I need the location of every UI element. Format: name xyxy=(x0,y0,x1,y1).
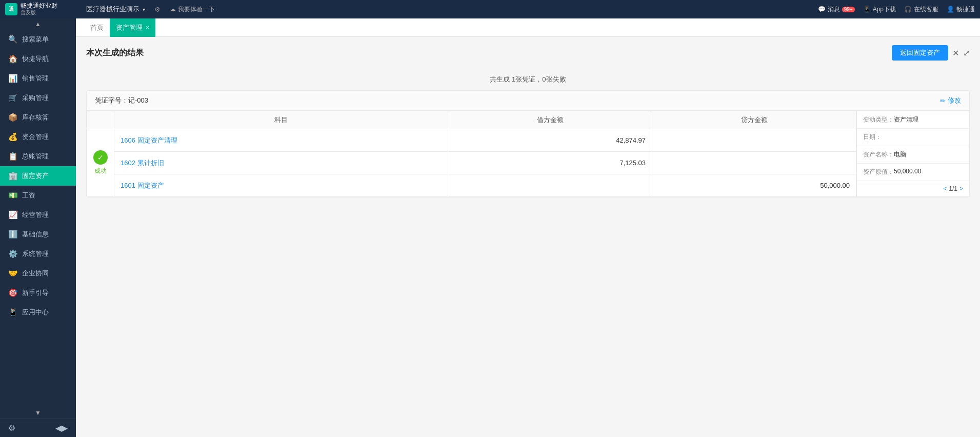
message-icon: 💬 xyxy=(818,6,826,13)
sidebar-scroll-up[interactable]: ▲ xyxy=(0,18,76,30)
tab-asset-management-label: 资产管理 xyxy=(116,23,143,32)
footer-collapse-icon[interactable]: ◀▶ xyxy=(55,423,68,433)
phone-icon: 📱 xyxy=(863,6,871,13)
fixed-assets-icon: 🏢 xyxy=(8,171,18,181)
debit-col-header: 借方金额 xyxy=(448,111,652,129)
tab-close-icon[interactable]: × xyxy=(146,24,149,31)
tab-home[interactable]: 首页 xyxy=(84,18,110,37)
sidebar-item-label: 销售管理 xyxy=(22,74,49,83)
user-avatar-icon: 👤 xyxy=(947,6,954,13)
pagination-prev[interactable]: < xyxy=(943,185,947,192)
sidebar-item-sales[interactable]: 📊 销售管理 xyxy=(0,69,76,88)
return-button[interactable]: 返回固定资产 xyxy=(892,45,948,61)
summary-bar: 共生成 1张凭证，0张失败 xyxy=(86,69,970,90)
sidebar-item-guide[interactable]: 🎯 新手引导 xyxy=(0,283,76,303)
original-value-value: 50,000.00 xyxy=(894,168,963,176)
change-type-value: 资产清理 xyxy=(894,115,963,124)
debit-cell-3 xyxy=(448,174,652,197)
sidebar-item-inventory[interactable]: 📦 库存核算 xyxy=(0,108,76,127)
sidebar-item-purchase[interactable]: 🛒 采购管理 xyxy=(0,88,76,108)
main-content: 本次生成的结果 返回固定资产 ✕ ⤢ 共生成 1张凭证，0张失败 凭证字号：记-… xyxy=(76,37,980,437)
sidebar-item-fixed-assets[interactable]: 🏢 固定资产 xyxy=(0,166,76,186)
project-name: 医疗器械行业演示 xyxy=(86,5,139,14)
sidebar-item-label: 总账管理 xyxy=(22,152,49,161)
sidebar-item-label: 经营管理 xyxy=(22,210,49,220)
sidebar-item-capital[interactable]: 💰 资金管理 xyxy=(0,127,76,147)
sidebar-item-label: 新手引导 xyxy=(22,288,49,297)
side-panel-pagination: < 1/1 > xyxy=(857,181,969,196)
guide-icon: 🎯 xyxy=(8,288,18,297)
message-btn[interactable]: 💬 消息 99 xyxy=(818,5,855,14)
summary-text: 共生成 1张凭证，0张失败 xyxy=(490,75,566,83)
success-status-cell: ✓ 成功 xyxy=(87,129,114,197)
service-btn[interactable]: 🎧 在线客服 xyxy=(904,5,938,14)
credit-cell-3: 50,000.00 xyxy=(652,174,856,197)
edit-button[interactable]: ✏ 修改 xyxy=(940,96,961,105)
try-experience[interactable]: ☁ 我要体验一下 xyxy=(170,5,215,14)
user-label: 畅捷通 xyxy=(956,5,975,14)
capital-icon: 💰 xyxy=(8,132,18,142)
sales-icon: 📊 xyxy=(8,74,18,83)
purchase-icon: 🛒 xyxy=(8,93,18,103)
close-window-icon[interactable]: ✕ xyxy=(952,48,959,58)
footer-settings-icon[interactable]: ⚙ xyxy=(8,423,15,433)
debit-cell-2: 7,125.03 xyxy=(448,152,652,174)
sidebar-item-operations[interactable]: 📈 经营管理 xyxy=(0,205,76,225)
header-right: 💬 消息 99 📱 App下载 🎧 在线客服 👤 畅捷通 xyxy=(818,5,975,14)
credit-cell-2 xyxy=(652,152,856,174)
top-header: 通 畅捷通好业财 普及版 医疗器械行业演示 ▾ ⚙ ☁ 我要体验一下 💬 消息 … xyxy=(0,0,980,18)
page-header: 本次生成的结果 返回固定资产 ✕ ⤢ xyxy=(86,45,970,61)
voucher-card: 凭证字号：记-003 ✏ 修改 科 xyxy=(86,90,970,197)
sidebar-footer: ⚙ ◀▶ xyxy=(0,419,76,437)
pagination-next[interactable]: > xyxy=(959,185,963,192)
operations-icon: 📈 xyxy=(8,210,18,220)
salary-icon: 💵 xyxy=(8,191,18,200)
settings-icon[interactable]: ⚙ xyxy=(150,2,165,16)
try-label: 我要体验一下 xyxy=(178,5,215,14)
sidebar-item-ledger[interactable]: 📋 总账管理 xyxy=(0,147,76,166)
app-download-btn[interactable]: 📱 App下载 xyxy=(863,5,896,14)
sidebar-item-salary[interactable]: 💵 工资 xyxy=(0,186,76,205)
page-title: 本次生成的结果 xyxy=(86,48,144,58)
project-selector[interactable]: 医疗器械行业演示 ▾ xyxy=(81,5,150,14)
tab-asset-management[interactable]: 资产管理 × xyxy=(110,18,155,37)
status-col-header xyxy=(87,111,114,129)
voucher-table-wrap: 科目 借方金额 贷方金额 ✓ 成功 xyxy=(87,111,969,197)
user-btn[interactable]: 👤 畅捷通 xyxy=(947,5,975,14)
sidebar-item-label: 快捷导航 xyxy=(22,54,49,64)
subject-col-header: 科目 xyxy=(114,111,448,129)
sidebar-item-label: 库存核算 xyxy=(22,113,49,122)
expand-window-icon[interactable]: ⤢ xyxy=(963,48,970,58)
sidebar-item-search[interactable]: 🔍 搜索菜单 xyxy=(0,30,76,49)
sidebar-item-quick-nav[interactable]: 🏠 快捷导航 xyxy=(0,49,76,69)
pagination-info: 1/1 xyxy=(949,185,957,192)
content-area: 首页 资产管理 × 本次生成的结果 返回固定资产 ✕ ⤢ xyxy=(76,18,980,437)
sidebar-item-label: 工资 xyxy=(22,191,35,200)
voucher-table: 科目 借方金额 贷方金额 ✓ 成功 xyxy=(87,111,856,197)
system-icon: ⚙️ xyxy=(8,249,18,259)
logo-sub: 普及版 xyxy=(21,9,57,16)
basic-info-icon: ℹ️ xyxy=(8,230,18,239)
sidebar-item-app-center[interactable]: 📱 应用中心 xyxy=(0,303,76,322)
side-panel-change-type: 变动类型： 资产清理 xyxy=(857,111,969,129)
subject-cell-3[interactable]: 1601 固定资产 xyxy=(114,174,448,197)
sidebar-item-system[interactable]: ⚙️ 系统管理 xyxy=(0,244,76,264)
side-panel-original-value: 资产原值： 50,000.00 xyxy=(857,164,969,181)
sidebar-item-basic-info[interactable]: ℹ️ 基础信息 xyxy=(0,225,76,244)
debit-cell-1: 42,874.97 xyxy=(448,129,652,152)
headset-icon: 🎧 xyxy=(904,6,912,13)
message-label: 消息 xyxy=(828,5,840,14)
tab-home-label: 首页 xyxy=(90,23,104,32)
inventory-icon: 📦 xyxy=(8,113,18,122)
credit-col-header: 贷方金额 xyxy=(652,111,856,129)
sidebar-scroll-down[interactable]: ▼ xyxy=(0,407,76,419)
original-value-label: 资产原值： xyxy=(863,168,894,176)
sidebar-item-label: 搜索菜单 xyxy=(22,35,49,44)
subject-cell-1[interactable]: 1606 固定资产清理 xyxy=(114,129,448,152)
sidebar-item-enterprise[interactable]: 🤝 企业协同 xyxy=(0,264,76,283)
sidebar-item-label: 系统管理 xyxy=(22,249,49,259)
subject-cell-2[interactable]: 1602 累计折旧 xyxy=(114,152,448,174)
asset-name-value: 电脑 xyxy=(894,150,963,159)
success-check-icon: ✓ xyxy=(93,150,108,165)
main-layout: ▲ 🔍 搜索菜单 🏠 快捷导航 📊 销售管理 🛒 采购管理 📦 库存核算 xyxy=(0,18,980,437)
